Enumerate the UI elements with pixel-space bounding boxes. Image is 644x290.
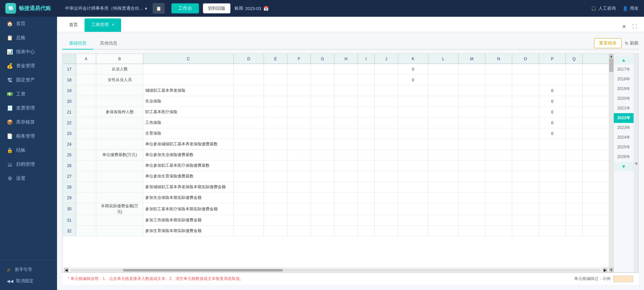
- cell-19-a[interactable]: [76, 85, 96, 96]
- cell-23-h[interactable]: [334, 128, 358, 139]
- cell-29-c[interactable]: 参加失业保险本期实际缴费金额: [143, 193, 234, 203]
- v-scroll-track[interactable]: [609, 59, 613, 268]
- cell-26-e[interactable]: [264, 160, 287, 171]
- cell-31-h[interactable]: [334, 215, 358, 225]
- cell-31-p[interactable]: [539, 215, 566, 225]
- cell-20-o[interactable]: [512, 96, 539, 106]
- cell-21-q[interactable]: [566, 107, 583, 117]
- cell-20-a[interactable]: [76, 96, 96, 106]
- cell-25-l[interactable]: [428, 150, 459, 160]
- cell-27-c[interactable]: 单位参加生育保险缴费基数: [143, 171, 234, 182]
- cell-17-d[interactable]: [234, 64, 264, 74]
- cell-25-o[interactable]: [512, 150, 539, 160]
- cell-31-a[interactable]: [76, 215, 96, 225]
- vertical-scrollbar[interactable]: ▲ ▼: [609, 54, 613, 272]
- cell-23-f[interactable]: [287, 128, 311, 139]
- cell-18-i[interactable]: [358, 75, 375, 85]
- refresh-button[interactable]: ↻ 刷新: [625, 38, 639, 48]
- cell-17-b[interactable]: 从业人数: [96, 64, 143, 74]
- cell-19-i[interactable]: [358, 85, 375, 96]
- cell-18-n[interactable]: [485, 75, 512, 85]
- cell-28-b[interactable]: [96, 182, 143, 192]
- cell-20-b[interactable]: [96, 96, 143, 106]
- scroll-left-button[interactable]: ◀: [64, 268, 69, 273]
- cell-31-d[interactable]: [234, 215, 264, 225]
- cell-26-c[interactable]: 单位参加职工基本医疗保险缴费基数: [143, 160, 234, 171]
- cell-26-q[interactable]: [566, 160, 583, 171]
- year-scroll-down[interactable]: ▼: [614, 162, 634, 171]
- cell-22-p[interactable]: 0: [539, 118, 566, 128]
- cell-23-l[interactable]: [428, 128, 459, 139]
- window-close-button[interactable]: ✕: [620, 22, 628, 30]
- cell-19-o[interactable]: [512, 85, 539, 96]
- cell-24-n[interactable]: [485, 139, 512, 149]
- cell-20-j[interactable]: [375, 96, 398, 106]
- cell-24-a[interactable]: [76, 139, 96, 149]
- year-item-2021[interactable]: 2021年: [614, 103, 634, 113]
- cell-30-h[interactable]: [334, 203, 358, 215]
- cell-29-i[interactable]: [358, 193, 375, 203]
- cell-28-i[interactable]: [358, 182, 375, 192]
- cell-17-i[interactable]: [358, 64, 375, 74]
- cell-19-n[interactable]: [485, 85, 512, 96]
- cell-21-c[interactable]: 职工基本医疗保险: [143, 107, 234, 117]
- year-item-2024[interactable]: 2024年: [614, 133, 634, 142]
- cell-20-g[interactable]: [311, 96, 334, 106]
- cell-27-e[interactable]: [264, 171, 287, 182]
- sidebar-item-tax[interactable]: 📑 税务管理: [0, 129, 57, 143]
- cell-22-b[interactable]: [96, 118, 143, 128]
- cell-20-m[interactable]: [459, 96, 485, 106]
- cell-32-n[interactable]: [485, 226, 512, 236]
- cell-18-b[interactable]: 女性从业人员: [96, 75, 143, 85]
- cell-21-b[interactable]: 参保各险种人数: [96, 107, 143, 117]
- old-version-button[interactable]: 切到旧版: [203, 3, 230, 13]
- cell-29-g[interactable]: [311, 193, 334, 203]
- cell-29-b[interactable]: [96, 193, 143, 203]
- cell-30-m[interactable]: [459, 203, 485, 215]
- sidebar-item-settings[interactable]: ⚙ 设置: [0, 171, 57, 186]
- cell-32-m[interactable]: [459, 226, 485, 236]
- collapse-bar[interactable]: ◀: [634, 54, 638, 272]
- cell-20-i[interactable]: [358, 96, 375, 106]
- cell-21-k[interactable]: [398, 107, 428, 117]
- cell-20-d[interactable]: [234, 96, 264, 106]
- cell-31-l[interactable]: [428, 215, 459, 225]
- cell-17-h[interactable]: [334, 64, 358, 74]
- cell-21-m[interactable]: [459, 107, 485, 117]
- sidebar-item-invoice[interactable]: 🧾 发票管理: [0, 101, 57, 115]
- cell-26-k[interactable]: [398, 160, 428, 171]
- cell-24-l[interactable]: [428, 139, 459, 149]
- cell-26-i[interactable]: [358, 160, 375, 171]
- cell-27-f[interactable]: [287, 171, 311, 182]
- cell-17-p[interactable]: [539, 64, 566, 74]
- cell-29-p[interactable]: [539, 193, 566, 203]
- cell-27-p[interactable]: [539, 171, 566, 182]
- cell-29-e[interactable]: [264, 193, 287, 203]
- cell-31-m[interactable]: [459, 215, 485, 225]
- cell-23-j[interactable]: [375, 128, 398, 139]
- cell-18-k[interactable]: 0: [398, 75, 428, 85]
- year-item-2023[interactable]: 2023年: [614, 123, 634, 133]
- cell-21-d[interactable]: [234, 107, 264, 117]
- cell-18-e[interactable]: [264, 75, 287, 85]
- cell-22-o[interactable]: [512, 118, 539, 128]
- sidebar-item-reports[interactable]: 📊 报表中心: [0, 45, 57, 59]
- cell-30-b[interactable]: 本期实际缴费金额(万元): [96, 203, 143, 215]
- cell-19-f[interactable]: [287, 85, 311, 96]
- cell-25-a[interactable]: [76, 150, 96, 160]
- cell-28-m[interactable]: [459, 182, 485, 192]
- cell-22-n[interactable]: [485, 118, 512, 128]
- cell-21-h[interactable]: [334, 107, 358, 117]
- cell-23-b[interactable]: [96, 128, 143, 139]
- tab-close-icon[interactable]: ×: [112, 22, 114, 27]
- cell-30-a[interactable]: [76, 203, 96, 215]
- cell-21-a[interactable]: [76, 107, 96, 117]
- cell-24-m[interactable]: [459, 139, 485, 149]
- cell-23-a[interactable]: [76, 128, 96, 139]
- cell-31-j[interactable]: [375, 215, 398, 225]
- company-selector[interactable]: 中审众环会计师事务所（特殊普通合伙... ▾: [62, 4, 150, 13]
- cell-25-p[interactable]: [539, 150, 566, 160]
- cell-31-k[interactable]: [398, 215, 428, 225]
- cell-32-c[interactable]: 参加生育保险本期实际缴费金额: [143, 226, 234, 236]
- cell-30-n[interactable]: [485, 203, 512, 215]
